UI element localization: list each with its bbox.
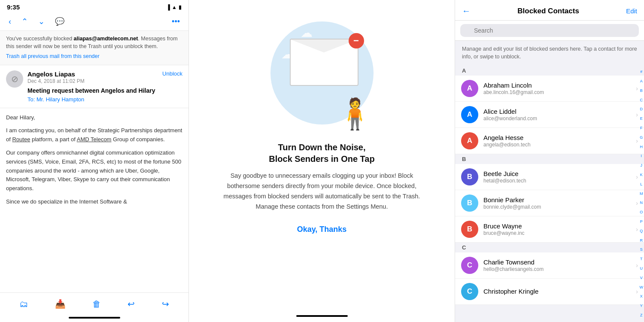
home-indicator	[69, 317, 120, 319]
more-button[interactable]: •••	[168, 15, 183, 28]
chevron-right-icon: ›	[636, 111, 638, 118]
contact-name: Christopher Kringle	[483, 288, 631, 295]
status-icons: ▐ ▲ ▮	[167, 4, 182, 10]
body-para1: I am contacting you, on behalf of the St…	[6, 126, 182, 144]
alpha-z[interactable]: Z	[640, 313, 643, 318]
chevron-right-icon: ›	[636, 288, 638, 295]
chevron-right-icon: ›	[636, 137, 638, 144]
alpha-c[interactable]: C	[640, 98, 643, 103]
alpha-o[interactable]: O	[640, 210, 643, 215]
bc-contact-list: A A Abraham Lincoln abe.lincoln.16@gmail…	[455, 66, 644, 322]
contact-email: hello@charliesangels.com	[483, 266, 631, 272]
wifi-icon: ▲	[172, 4, 177, 10]
contact-name: Charlie Townsend	[483, 258, 631, 266]
block-badge-icon: −	[349, 33, 364, 49]
reply-button[interactable]: ↩	[124, 297, 138, 311]
avatar: C	[461, 283, 478, 300]
chevron-right-icon: ›	[636, 226, 638, 233]
compose-button[interactable]: 💬	[52, 15, 68, 28]
contact-info: Angela Hesse angela@edison.tech	[483, 134, 631, 148]
alpha-v[interactable]: V	[640, 276, 643, 280]
body-para2: Our company offers omnichannel digital c…	[6, 149, 182, 193]
blocked-email: aliapas@amdtelecom.net	[74, 36, 138, 42]
promo-illustration: ☁ ☁ − 🧍	[258, 13, 386, 133]
alpha-u[interactable]: U	[640, 267, 643, 271]
blocked-notice: You've successfully blocked aliapas@amdt…	[0, 31, 188, 65]
alpha-hash[interactable]: #	[640, 70, 642, 74]
contact-name: Bruce Wayne	[483, 222, 631, 230]
alpha-g[interactable]: G	[640, 136, 643, 140]
contact-info: Beetle Juice hetal@edison.tech	[483, 170, 631, 184]
alpha-b[interactable]: B	[640, 89, 643, 93]
alpha-h[interactable]: H	[640, 145, 643, 149]
unblock-button[interactable]: Unblock	[162, 70, 182, 77]
alpha-n[interactable]: N	[640, 201, 643, 205]
trash-button[interactable]: 🗑	[89, 297, 104, 311]
contact-name: Abraham Lincoln	[483, 82, 631, 89]
alpha-k[interactable]: K	[640, 173, 643, 177]
promo-person-icon: 🧍	[336, 99, 374, 129]
blocked-text: You've successfully blocked	[6, 36, 74, 42]
section-header-b: B	[455, 154, 644, 164]
alpha-q[interactable]: Q	[640, 229, 643, 234]
contact-info: Bonnie Parker bonnie.clyde@gmail.com	[483, 196, 631, 210]
promo-panel: ☁ ☁ − 🧍 Turn Down the Noise, Block Sende…	[189, 0, 455, 322]
list-item[interactable]: A Alice Liddel alice@wonderland.com ›	[455, 102, 644, 128]
alpha-f[interactable]: F	[640, 126, 643, 131]
alpha-t[interactable]: T	[640, 257, 643, 261]
move-down-button[interactable]: ⌄	[35, 15, 48, 28]
alpha-y[interactable]: Y	[640, 304, 643, 308]
back-button[interactable]: ‹	[5, 15, 15, 28]
alpha-j[interactable]: J	[641, 164, 643, 168]
email-header: ⊘ Angelos Liapas Unblock Dec 4, 2018 at …	[0, 65, 188, 108]
trash-all-link[interactable]: Trash all previous mail from this sender	[6, 53, 182, 61]
bc-back-button[interactable]: ←	[462, 6, 471, 16]
list-item[interactable]: C Christopher Kringle ›	[455, 279, 644, 305]
alpha-r[interactable]: R	[640, 239, 643, 243]
envelope-body: −	[290, 39, 358, 86]
alpha-m[interactable]: M	[640, 192, 643, 196]
body-greeting: Dear Hilary,	[6, 113, 182, 122]
search-input[interactable]	[460, 24, 639, 37]
signal-icon: ▐	[167, 4, 170, 10]
list-item[interactable]: A Abraham Lincoln abe.lincoln.16@gmail.c…	[455, 76, 644, 102]
alpha-l[interactable]: L	[640, 182, 642, 187]
alpha-d[interactable]: D	[640, 107, 643, 112]
list-item[interactable]: B Bonnie Parker bonnie.clyde@gmail.com ›	[455, 190, 644, 216]
alpha-a[interactable]: A	[640, 79, 643, 84]
email-to: To: Mr. Hilary Hampton	[27, 96, 182, 103]
sender-avatar: ⊘	[6, 70, 23, 88]
archive-button[interactable]: 📥	[52, 297, 69, 311]
contact-email: bonnie.clyde@gmail.com	[483, 204, 631, 210]
alpha-x[interactable]: X	[640, 295, 643, 299]
contact-info: Bruce Wayne bruce@wayne.inc	[483, 222, 631, 236]
avatar: B	[461, 194, 478, 212]
forward-button[interactable]: ↪	[158, 297, 173, 311]
folder-button[interactable]: 🗂	[16, 297, 31, 311]
alpha-w[interactable]: W	[640, 286, 644, 290]
list-item[interactable]: B Bruce Wayne bruce@wayne.inc ›	[455, 216, 644, 243]
alpha-e[interactable]: E	[640, 117, 643, 121]
alpha-s[interactable]: S	[640, 248, 643, 252]
battery-icon: ▮	[179, 4, 182, 10]
contact-email: hetal@edison.tech	[483, 178, 631, 184]
contact-email: abe.lincoln.16@gmail.com	[483, 89, 631, 95]
promo-body: Say goodbye to unnecessary emails cloggi…	[189, 171, 455, 212]
list-item[interactable]: B Beetle Juice hetal@edison.tech ›	[455, 164, 644, 190]
contact-info: Abraham Lincoln abe.lincoln.16@gmail.com	[483, 82, 631, 95]
contact-name: Alice Liddel	[483, 108, 631, 115]
list-item[interactable]: C Charlie Townsend hello@charliesangels.…	[455, 252, 644, 279]
bc-search-bar: 🔍	[455, 21, 644, 41]
contact-email: angela@edison.tech	[483, 142, 631, 148]
contact-email: bruce@wayne.inc	[483, 230, 631, 236]
promo-title: Turn Down the Noise, Block Senders in On…	[252, 142, 392, 165]
alpha-p[interactable]: P	[640, 220, 643, 224]
list-item[interactable]: A Angela Hesse angela@edison.tech ›	[455, 128, 644, 154]
okay-thanks-button[interactable]: Okay, Thanks	[297, 225, 347, 234]
alphabet-index: # A B C D E F G H I J K L M N O P Q R S …	[640, 66, 644, 322]
body-para3: Since we do specialize in the Internet S…	[6, 197, 182, 207]
email-subject: Meeting request between Angelos and Hila…	[27, 87, 182, 94]
move-up-button[interactable]: ⌃	[18, 15, 31, 28]
bc-edit-button[interactable]: Edit	[626, 7, 637, 15]
alpha-i[interactable]: I	[641, 154, 642, 158]
